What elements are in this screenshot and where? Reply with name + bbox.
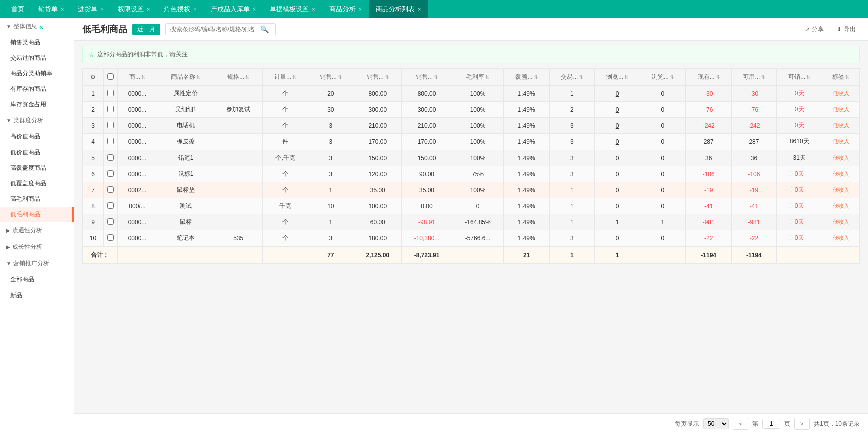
sidebar-item-all-goods[interactable]: 全部商品 xyxy=(0,272,74,287)
nav-roles[interactable]: 角色授权 × xyxy=(157,0,203,18)
nav-product-analysis[interactable]: 商品分析 × xyxy=(322,0,369,18)
col-code[interactable]: 商...⇅ xyxy=(117,69,157,86)
col-gross-rate[interactable]: 毛利率⇅ xyxy=(452,69,503,86)
prev-page-button[interactable]: ＜ xyxy=(733,418,748,430)
col-sales-qty[interactable]: 销售...⇅ xyxy=(308,69,354,86)
nav-analysis-list-close[interactable]: × xyxy=(418,6,421,12)
row-checkbox[interactable] xyxy=(107,234,114,241)
sidebar-item-sales-goods[interactable]: 销售类商品 xyxy=(0,35,74,50)
sidebar-item-inventory-goods[interactable]: 有库存的商品 xyxy=(0,81,74,97)
col-browse2[interactable]: 浏览...⇅ xyxy=(640,69,686,86)
nav-sales[interactable]: 销货单 × xyxy=(31,0,71,18)
row-browse1[interactable]: 0 xyxy=(595,230,640,247)
search-input[interactable] xyxy=(170,26,260,33)
row-checkbox-cell[interactable] xyxy=(103,166,117,182)
row-checkbox[interactable] xyxy=(107,106,114,112)
col-unit[interactable]: 计量...⇅ xyxy=(263,69,308,86)
row-checkbox[interactable] xyxy=(107,218,114,225)
col-coverage[interactable]: 覆盖...⇅ xyxy=(503,69,549,86)
col-spec[interactable]: 规格...⇅ xyxy=(214,69,263,86)
search-icon[interactable]: 🔍 xyxy=(260,25,269,33)
page-header: 低毛利商品 近一月 🔍 ↗ 分享 ⬇ 导出 xyxy=(74,18,868,41)
row-browse1[interactable]: 1 xyxy=(595,214,640,230)
sidebar-group-circulation[interactable]: ▶ 流通性分析 xyxy=(0,222,74,239)
sidebar-item-low-coverage[interactable]: 低覆盖度商品 xyxy=(0,176,74,191)
row-checkbox[interactable] xyxy=(107,138,114,144)
row-checkbox-cell[interactable] xyxy=(103,230,117,247)
col-saleable[interactable]: 可销...⇅ xyxy=(777,69,822,86)
col-trade[interactable]: 交易...⇅ xyxy=(549,69,595,86)
row-checkbox-cell[interactable] xyxy=(103,214,117,230)
nav-permissions-close[interactable]: × xyxy=(147,6,150,12)
sidebar-group-overview[interactable]: ▼ 整体信息 « xyxy=(0,18,74,35)
col-name[interactable]: 商品名称⇅ xyxy=(157,69,214,86)
sidebar-item-new-goods[interactable]: 新品 xyxy=(0,287,74,303)
nav-permissions[interactable]: 权限设置 × xyxy=(111,0,157,18)
col-settings[interactable]: ⚙ xyxy=(83,69,104,86)
per-page-select[interactable]: 50 100 200 xyxy=(703,418,729,429)
row-checkbox-cell[interactable] xyxy=(103,198,117,214)
sidebar-item-high-value[interactable]: 高价值商品 xyxy=(0,129,74,144)
row-sales-amt: 300.00 xyxy=(354,102,401,118)
row-tag: 低收入 xyxy=(822,150,860,166)
sidebar-item-low-margin[interactable]: 低毛利商品 xyxy=(0,207,74,222)
sidebar-item-low-value[interactable]: 低价值商品 xyxy=(0,144,74,160)
next-page-button[interactable]: ＞ xyxy=(794,418,810,430)
row-checkbox-cell[interactable] xyxy=(103,182,117,198)
select-all-checkbox[interactable] xyxy=(107,73,114,80)
row-checkbox-cell[interactable] xyxy=(103,134,117,150)
sidebar-group-growth[interactable]: ▶ 成长性分析 xyxy=(0,239,74,255)
row-unit: 个 xyxy=(263,230,308,247)
nav-purchase-close[interactable]: × xyxy=(100,6,103,12)
row-spec xyxy=(214,150,263,166)
sidebar-item-category-rate[interactable]: 商品分类助销率 xyxy=(0,66,74,81)
nav-product-analysis-close[interactable]: × xyxy=(359,6,362,12)
sidebar-group-cluster[interactable]: ▼ 类群度分析 xyxy=(0,112,74,129)
col-sales-profit[interactable]: 销售...⇅ xyxy=(401,69,452,86)
col-stock[interactable]: 现有...⇅ xyxy=(685,69,731,86)
nav-template-close[interactable]: × xyxy=(312,6,315,12)
nav-home[interactable]: 首页 xyxy=(4,0,31,18)
col-available[interactable]: 可用...⇅ xyxy=(731,69,777,86)
row-browse1[interactable]: 0 xyxy=(595,86,640,102)
nav-product-entry-close[interactable]: × xyxy=(253,6,256,12)
sidebar-item-traded-goods[interactable]: 交易过的商品 xyxy=(0,50,74,66)
row-checkbox[interactable] xyxy=(107,90,114,96)
col-tag[interactable]: 标签⇅ xyxy=(822,69,860,86)
sidebar-item-high-margin[interactable]: 高毛利商品 xyxy=(0,191,74,207)
share-button[interactable]: ↗ 分享 xyxy=(801,24,828,35)
row-checkbox-cell[interactable] xyxy=(103,118,117,134)
row-browse1[interactable]: 0 xyxy=(595,150,640,166)
nav-roles-close[interactable]: × xyxy=(193,6,196,12)
row-browse1[interactable]: 0 xyxy=(595,102,640,118)
row-checkbox-cell[interactable] xyxy=(103,86,117,102)
sidebar-group-marketing[interactable]: ▼ 营销推广分析 xyxy=(0,255,74,272)
col-checkbox[interactable] xyxy=(103,69,117,86)
row-sales-profit: 100% xyxy=(452,86,503,102)
row-checkbox[interactable] xyxy=(107,154,114,161)
sidebar-item-high-coverage[interactable]: 高覆盖度商品 xyxy=(0,160,74,176)
page-number-input[interactable] xyxy=(762,419,780,429)
row-checkbox[interactable] xyxy=(107,186,114,193)
export-button[interactable]: ⬇ 导出 xyxy=(833,24,860,35)
nav-analysis-list[interactable]: 商品分析列表 × xyxy=(369,0,428,18)
col-browse1[interactable]: 浏览...⇅ xyxy=(595,69,640,86)
row-checkbox-cell[interactable] xyxy=(103,102,117,118)
nav-template-settings[interactable]: 单据模板设置 × xyxy=(263,0,322,18)
sidebar-collapse-icon[interactable]: « xyxy=(39,23,43,31)
row-checkbox-cell[interactable] xyxy=(103,150,117,166)
time-filter-button[interactable]: 近一月 xyxy=(132,24,160,35)
row-browse1[interactable]: 0 xyxy=(595,198,640,214)
row-checkbox[interactable] xyxy=(107,170,114,177)
sidebar-item-inventory-capital[interactable]: 库存资金占用 xyxy=(0,97,74,112)
col-sales-amt[interactable]: 销售...⇅ xyxy=(354,69,401,86)
row-browse1[interactable]: 0 xyxy=(595,166,640,182)
row-browse1[interactable]: 0 xyxy=(595,134,640,150)
row-browse1[interactable]: 0 xyxy=(595,182,640,198)
nav-product-entry[interactable]: 产成品入库单 × xyxy=(204,0,263,18)
nav-sales-close[interactable]: × xyxy=(61,6,64,12)
row-checkbox[interactable] xyxy=(107,122,114,128)
row-browse1[interactable]: 0 xyxy=(595,118,640,134)
nav-purchase[interactable]: 进货单 × xyxy=(71,0,110,18)
row-checkbox[interactable] xyxy=(107,202,114,209)
